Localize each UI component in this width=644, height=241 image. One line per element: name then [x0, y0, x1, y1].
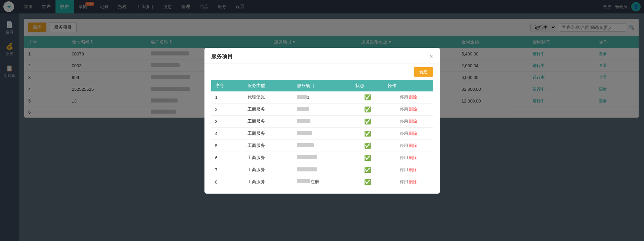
modal-cell-ops: 停用 删除	[384, 152, 433, 164]
status-check-icon: ✅	[364, 119, 371, 124]
modal-col-ops: 操作	[384, 80, 433, 91]
modal-cell-ops: 停用 删除	[384, 176, 433, 188]
modal-new-button[interactable]: 新建	[414, 67, 433, 77]
modal-cell-type: 工商服务	[243, 139, 293, 152]
modal-cell-type: 工商服务	[243, 115, 293, 127]
status-check-icon: ✅	[364, 167, 371, 173]
modal-cell-seq: 4	[211, 127, 244, 139]
service-items-table: 序号 服务类型 服务项目 状态 操作 1 代理记账 1 ✅ 停用 删除 2 工商…	[211, 80, 433, 188]
modal-cell-seq: 3	[211, 115, 244, 127]
modal-cell-ops: 停用 删除	[384, 164, 433, 176]
modal-cell-item	[293, 164, 351, 176]
modal-col-status: 状态	[351, 80, 384, 91]
status-check-icon: ✅	[364, 131, 371, 136]
disable-button[interactable]: 停用	[400, 167, 408, 173]
modal-cell-status: ✅	[351, 139, 384, 152]
modal-col-type: 服务类型	[243, 80, 293, 91]
delete-button[interactable]: 删除	[409, 143, 417, 149]
disable-button[interactable]: 停用	[400, 155, 408, 161]
modal-cell-type: 代理记账	[243, 91, 293, 104]
modal-cell-type: 工商服务	[243, 176, 293, 188]
modal-close-button[interactable]: ×	[429, 53, 433, 60]
modal-cell-seq: 1	[211, 91, 244, 104]
list-item: 1 代理记账 1 ✅ 停用 删除	[211, 91, 433, 104]
modal-title: 服务项目	[211, 53, 233, 60]
modal-body: 序号 服务类型 服务项目 状态 操作 1 代理记账 1 ✅ 停用 删除 2 工商…	[204, 80, 440, 194]
modal-overlay[interactable]: 服务项目 × 新建 序号 服务类型 服务项目 状态 操作 1 代理记账	[0, 0, 644, 241]
modal-header: 服务项目 ×	[204, 48, 440, 64]
delete-button[interactable]: 删除	[409, 94, 417, 100]
modal-cell-type: 工商服务	[243, 103, 293, 115]
disable-button[interactable]: 停用	[400, 179, 408, 185]
modal-cell-item	[293, 139, 351, 152]
list-item: 5 工商服务 ✅ 停用 删除	[211, 139, 433, 152]
modal-cell-status: ✅	[351, 103, 384, 115]
modal-toolbar: 新建	[204, 64, 440, 80]
modal-cell-seq: 6	[211, 152, 244, 164]
modal-cell-type: 工商服务	[243, 164, 293, 176]
modal-cell-status: ✅	[351, 127, 384, 139]
delete-button[interactable]: 删除	[409, 155, 417, 161]
modal-cell-ops: 停用 删除	[384, 103, 433, 115]
modal-cell-item	[293, 115, 351, 127]
status-check-icon: ✅	[364, 107, 371, 112]
service-modal: 服务项目 × 新建 序号 服务类型 服务项目 状态 操作 1 代理记账	[204, 48, 440, 194]
delete-button[interactable]: 删除	[409, 179, 417, 185]
modal-cell-seq: 8	[211, 176, 244, 188]
delete-button[interactable]: 删除	[409, 131, 417, 136]
list-item: 4 工商服务 ✅ 停用 删除	[211, 127, 433, 139]
modal-cell-status: ✅	[351, 176, 384, 188]
delete-button[interactable]: 删除	[409, 107, 417, 112]
disable-button[interactable]: 停用	[400, 94, 408, 100]
modal-cell-item: 注册	[293, 176, 351, 188]
list-item: 2 工商服务 ✅ 停用 删除	[211, 103, 433, 115]
modal-cell-seq: 2	[211, 103, 244, 115]
list-item: 8 工商服务 注册 ✅ 停用 删除	[211, 176, 433, 188]
delete-button[interactable]: 删除	[409, 119, 417, 124]
modal-cell-item	[293, 152, 351, 164]
disable-button[interactable]: 停用	[400, 119, 408, 124]
modal-col-item: 服务项目	[293, 80, 351, 91]
disable-button[interactable]: 停用	[400, 131, 408, 136]
modal-cell-item: 1	[293, 91, 351, 104]
disable-button[interactable]: 停用	[400, 143, 408, 149]
modal-cell-status: ✅	[351, 164, 384, 176]
modal-cell-status: ✅	[351, 91, 384, 104]
modal-cell-seq: 7	[211, 164, 244, 176]
status-check-icon: ✅	[364, 155, 371, 161]
modal-cell-item	[293, 127, 351, 139]
status-check-icon: ✅	[364, 179, 371, 185]
modal-cell-ops: 停用 删除	[384, 139, 433, 152]
delete-button[interactable]: 删除	[409, 167, 417, 173]
modal-cell-ops: 停用 删除	[384, 91, 433, 104]
list-item: 7 工商服务 ✅ 停用 删除	[211, 164, 433, 176]
modal-cell-status: ✅	[351, 115, 384, 127]
modal-cell-type: 工商服务	[243, 127, 293, 139]
modal-cell-status: ✅	[351, 152, 384, 164]
modal-cell-ops: 停用 删除	[384, 127, 433, 139]
modal-col-seq: 序号	[211, 80, 244, 91]
list-item: 3 工商服务 ✅ 停用 删除	[211, 115, 433, 127]
modal-cell-type: 工商服务	[243, 152, 293, 164]
status-check-icon: ✅	[364, 143, 371, 149]
list-item: 6 工商服务 ✅ 停用 删除	[211, 152, 433, 164]
modal-cell-seq: 5	[211, 139, 244, 152]
disable-button[interactable]: 停用	[400, 107, 408, 112]
modal-cell-ops: 停用 删除	[384, 115, 433, 127]
modal-cell-item	[293, 103, 351, 115]
status-check-icon: ✅	[364, 94, 371, 100]
